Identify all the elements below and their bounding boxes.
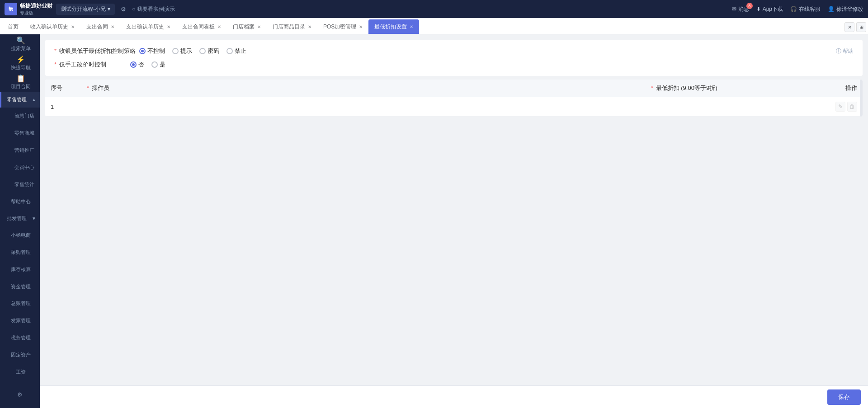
- content-area: * 收银员低于最低折扣控制策略 不控制 提示: [40, 34, 868, 408]
- sidebar-item-quick-nav-label: 快捷导航: [11, 65, 31, 70]
- user-menu-btn[interactable]: 👤 徐泽华修改: [828, 5, 863, 13]
- sidebar-bottom: ⚙: [0, 381, 40, 408]
- form-label-1-text: 收银员低于最低折扣控制策略: [59, 47, 136, 54]
- top-bar-right: ✉ 消息 8 ⬇ App下载 🎧 在线客服 👤 徐泽华修改: [732, 5, 863, 13]
- sidebar-item-quick-nav[interactable]: ⚡ 快捷导航: [0, 53, 40, 72]
- tab-store-catalog-close[interactable]: ✕: [308, 24, 311, 29]
- tab-store-catalog-label: 门店商品目录: [273, 23, 305, 31]
- collapse-icon: ▲: [32, 97, 36, 102]
- logo-main: 畅捷通好业财: [20, 2, 52, 10]
- radio-no-control-circle: [139, 48, 146, 54]
- delete-btn[interactable]: 🗑: [847, 102, 857, 112]
- radio-password[interactable]: 密码: [199, 47, 219, 55]
- help-text: 帮助: [843, 47, 854, 55]
- messages-btn[interactable]: ✉ 消息 8: [732, 5, 749, 13]
- tab-payment-contract-board-close[interactable]: ✕: [217, 24, 221, 29]
- tab-min-discount[interactable]: 最低折扣设置 ✕: [368, 19, 419, 34]
- radio-no-control[interactable]: 不控制: [139, 47, 165, 55]
- table-container: 序号 * 操作员 * 最低折扣 (9.00等于9折) 操作: [45, 80, 863, 117]
- sidebar-item-marketing[interactable]: 营销推广: [0, 142, 40, 159]
- tab-payment-contract-board[interactable]: 支出合同看板 ✕: [176, 19, 227, 34]
- tab-store-file-close[interactable]: ✕: [257, 24, 261, 29]
- sidebar-item-retail-mall[interactable]: 零售商城: [0, 125, 40, 142]
- sidebar-item-smart-store-label: 智慧门店: [14, 113, 34, 119]
- project-selector[interactable]: 测试分开流程-小兄 ▾: [56, 4, 115, 15]
- radio-no-circle: [130, 61, 137, 68]
- tab-payment-confirm-history-close[interactable]: ✕: [167, 24, 170, 29]
- headset-icon: 🎧: [790, 6, 797, 12]
- page-content: * 收银员低于最低折扣控制策略 不控制 提示: [40, 34, 868, 385]
- tab-payment-confirm-history[interactable]: 支出确认单历史 ✕: [120, 19, 176, 34]
- radio-yes[interactable]: 是: [151, 61, 165, 69]
- tab-payment-contract[interactable]: 支出合同 ✕: [80, 19, 120, 34]
- tab-close-btn[interactable]: ✕: [844, 22, 854, 32]
- sidebar-item-retail-stat[interactable]: 零售统计: [0, 176, 40, 193]
- sidebar-item-inventory-label: 库存核算: [11, 267, 31, 272]
- radio-forbid-label: 禁止: [235, 47, 246, 55]
- tab-home[interactable]: 首页: [2, 19, 24, 34]
- required-star-1: *: [54, 47, 57, 54]
- save-button[interactable]: 保存: [827, 389, 861, 405]
- sidebar-item-invoice-mgmt[interactable]: 发票管理: [0, 312, 40, 329]
- tab-income-history-close[interactable]: ✕: [71, 24, 75, 29]
- sidebar-item-tax-mgmt[interactable]: 税务管理: [0, 329, 40, 347]
- table-header-row: 序号 * 操作员 * 最低折扣 (9.00等于9折) 操作: [45, 80, 863, 97]
- tab-min-discount-close[interactable]: ✕: [410, 24, 413, 29]
- sidebar-item-wholesale-mgmt[interactable]: 批发管理 ▼: [0, 211, 40, 226]
- sidebar-item-salary[interactable]: 工资: [0, 364, 40, 381]
- radio-no-label: 否: [138, 61, 144, 69]
- download-icon: ⬇: [756, 6, 761, 12]
- radio-hint[interactable]: 提示: [172, 47, 192, 55]
- help-link[interactable]: ⓘ 帮助: [836, 47, 854, 55]
- app-download-btn[interactable]: ⬇ App下载: [756, 5, 783, 13]
- customer-service-btn[interactable]: 🎧 在线客服: [790, 5, 821, 13]
- tab-pos-password-label: POS加密管理: [323, 23, 356, 31]
- table-row: 1 ✎ 🗑: [45, 97, 863, 117]
- tab-payment-contract-close[interactable]: ✕: [111, 24, 114, 29]
- customer-service-label: 在线客服: [799, 5, 821, 13]
- tab-store-catalog[interactable]: 门店商品目录 ✕: [267, 19, 317, 34]
- table-scrollbar[interactable]: [860, 80, 863, 117]
- sidebar-item-retail-mgmt[interactable]: 零售管理 ▲: [0, 92, 40, 108]
- settings-icon[interactable]: ⚙: [118, 4, 128, 14]
- radio-forbid-circle: [226, 48, 233, 54]
- edit-btn[interactable]: ✎: [835, 102, 845, 112]
- tab-more-btn[interactable]: ⊞: [856, 22, 866, 32]
- sidebar-item-member-label: 会员中心: [14, 164, 34, 170]
- sidebar-item-retail-mall-label: 零售商城: [14, 130, 34, 136]
- circle-icon: ○: [132, 6, 135, 12]
- sidebar-item-wholesale-mgmt-label: 批发管理: [7, 216, 27, 221]
- cell-action: ✎ 🗑: [826, 97, 863, 117]
- sidebar-item-help-center[interactable]: 帮助中心: [0, 193, 40, 211]
- avatar-icon: 👤: [828, 6, 835, 12]
- sidebar-item-marketing-label: 营销推广: [14, 147, 34, 153]
- radio-group-2: 否 是: [130, 61, 165, 69]
- top-bar-left: 畅 畅捷通好业财 专业版 测试分开流程-小兄 ▾ ⚙ ○ 我要看实例演示: [5, 2, 175, 16]
- tab-store-file[interactable]: 门店档案 ✕: [227, 19, 267, 34]
- tab-pos-password-close[interactable]: ✕: [359, 24, 363, 29]
- radio-group-1: 不控制 提示 密码 禁止: [139, 47, 246, 55]
- sidebar-item-inventory[interactable]: 库存核算: [0, 261, 40, 278]
- tab-pos-password[interactable]: POS加密管理 ✕: [317, 19, 368, 34]
- form-row-2: * 仅手工改价时控制 否 是: [54, 61, 854, 69]
- sidebar-item-member[interactable]: 会员中心: [0, 159, 40, 176]
- app-download-label: App下载: [763, 5, 783, 13]
- sidebar-item-project-contract[interactable]: 📋 项目合同: [0, 72, 40, 91]
- tab-store-file-label: 门店档案: [233, 23, 255, 31]
- sidebar-settings-btn[interactable]: ⚙: [0, 385, 40, 403]
- sidebar-item-smart-store[interactable]: 智慧门店: [0, 108, 40, 125]
- sidebar-item-search[interactable]: 🔍 搜索菜单: [0, 34, 40, 53]
- help-icon: ⓘ: [836, 47, 841, 55]
- sidebar-item-ecommerce[interactable]: 小畅电商: [0, 226, 40, 244]
- radio-no[interactable]: 否: [130, 61, 144, 69]
- search-icon: 🔍: [16, 36, 25, 45]
- radio-forbid[interactable]: 禁止: [226, 47, 246, 55]
- sidebar-item-purchase-mgmt[interactable]: 采购管理: [0, 244, 40, 261]
- sidebar-item-general-ledger[interactable]: 总账管理: [0, 295, 40, 312]
- tab-income-history[interactable]: 收入确认单历史 ✕: [24, 19, 80, 34]
- sidebar-item-fixed-assets[interactable]: 固定资产: [0, 347, 40, 364]
- demo-link[interactable]: ○ 我要看实例演示: [132, 5, 175, 13]
- sidebar-item-fund-mgmt[interactable]: 资金管理: [0, 278, 40, 295]
- tab-payment-contract-label: 支出合同: [86, 23, 108, 31]
- tab-payment-confirm-history-label: 支出确认单历史: [126, 23, 164, 31]
